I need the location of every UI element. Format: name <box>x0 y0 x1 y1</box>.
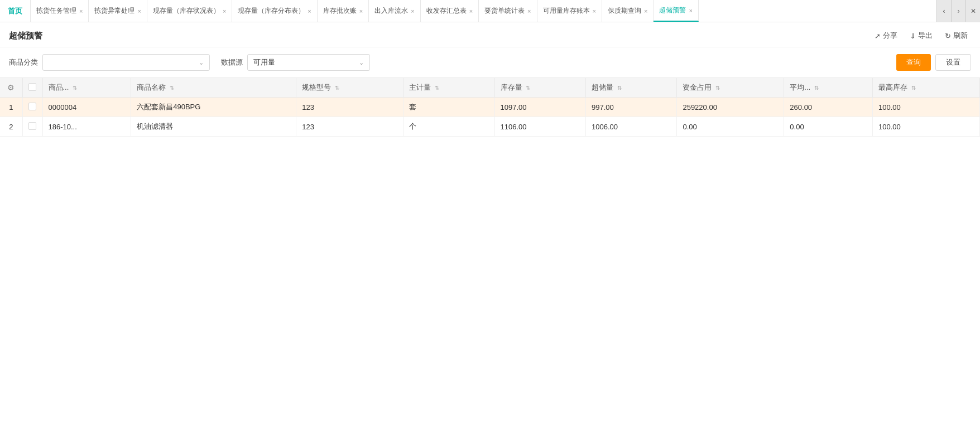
query-button[interactable]: 查询 <box>896 54 931 71</box>
tab-close-icon[interactable]: × <box>411 8 414 14</box>
tab-close-icon[interactable]: × <box>689 7 692 14</box>
datasource-label: 数据源 <box>221 57 243 67</box>
tab-kucun-pici[interactable]: 库存批次账 × <box>318 0 369 22</box>
col-header-max[interactable]: 最高库存 ⇅ <box>873 78 980 98</box>
tab-label: 保质期查询 <box>608 6 641 16</box>
col-header-avg[interactable]: 平均... ⇅ <box>784 78 873 98</box>
col-label-capital: 资金占用 <box>683 83 712 91</box>
sort-icon-excess: ⇅ <box>617 85 622 91</box>
tab-label: 库存批次账 <box>323 6 357 16</box>
col-header-excess[interactable]: 超储量 ⇅ <box>585 78 676 98</box>
col-header-name[interactable]: 商品名称 ⇅ <box>131 78 296 98</box>
sort-icon-spec: ⇅ <box>335 85 339 91</box>
tab-close-icon[interactable]: × <box>308 8 311 14</box>
row-spec: 123 <box>296 98 403 117</box>
row-name: 六配套新昌490BPG <box>131 98 296 117</box>
tab-close-icon[interactable]: × <box>469 8 473 14</box>
row-index: 1 <box>0 98 22 117</box>
tab-close-icon[interactable]: × <box>137 8 141 14</box>
table-container: ⚙ 商品... ⇅ 商品名称 ⇅ 规格型号 ⇅ <box>0 77 980 137</box>
row-max: 100.00 <box>873 117 980 137</box>
row-unit: 套 <box>403 98 494 117</box>
export-label: 导出 <box>918 31 933 41</box>
refresh-icon: ↻ <box>945 32 951 40</box>
col-label-avg: 平均... <box>790 83 810 91</box>
tab-label: 现存量（库存状况表） <box>153 6 220 16</box>
sort-icon-name: ⇅ <box>170 85 174 91</box>
tab-label: 拣货任务管理 <box>36 6 76 16</box>
col-header-settings[interactable]: ⚙ <box>0 78 22 98</box>
settings-button[interactable]: 设置 <box>935 54 971 71</box>
row-checkbox[interactable] <box>28 122 36 130</box>
page-title: 超储预警 <box>9 31 42 41</box>
row-stock: 1106.00 <box>494 117 585 137</box>
refresh-button[interactable]: ↻ 刷新 <box>941 29 971 42</box>
tab-jianhuorenwu[interactable]: 拣货任务管理 × <box>31 0 89 22</box>
refresh-label: 刷新 <box>953 31 968 41</box>
col-header-code[interactable]: 商品... ⇅ <box>42 78 131 98</box>
header-actions: ➚ 分享 ⇓ 导出 ↻ 刷新 <box>871 29 971 42</box>
filter-row: 商品分类 ⌄ 数据源 可用量 ⌄ 查询 设置 <box>0 47 980 77</box>
sort-icon-capital: ⇅ <box>715 85 720 91</box>
sort-icon-unit: ⇅ <box>435 85 439 91</box>
tab-close-icon[interactable]: × <box>644 8 647 14</box>
col-label-spec: 规格型号 <box>302 83 331 91</box>
tab-chaochuyujing[interactable]: 超储预警 × <box>654 0 698 22</box>
tab-xiancunliang-fenbiao[interactable]: 现存量（库存分布表） × <box>232 0 317 22</box>
datasource-select[interactable]: 可用量 ⌄ <box>247 54 370 71</box>
tab-jianhuo-yichang[interactable]: 拣货异常处理 × <box>89 0 147 22</box>
tab-close-icon[interactable]: × <box>359 8 363 14</box>
row-avg: 260.00 <box>784 98 873 117</box>
tab-xiancunliang-zhuangkuang[interactable]: 现存量（库存状况表） × <box>147 0 232 22</box>
tab-baozhi[interactable]: 保质期查询 × <box>602 0 654 22</box>
col-header-checkbox[interactable] <box>22 78 42 98</box>
home-tab[interactable]: 首页 <box>0 0 31 22</box>
tab-close-icon[interactable]: × <box>593 8 596 14</box>
col-label-stock: 库存量 <box>501 83 522 91</box>
filter-actions: 查询 设置 <box>896 54 971 71</box>
share-button[interactable]: ➚ 分享 <box>871 29 901 42</box>
tab-close-icon[interactable]: × <box>79 8 83 14</box>
row-checkbox-cell[interactable] <box>22 98 42 117</box>
table-body: 1 0000004 六配套新昌490BPG 123 套 1097.00 997.… <box>0 98 980 137</box>
col-header-spec[interactable]: 规格型号 ⇅ <box>296 78 403 98</box>
page-container: 超储预警 ➚ 分享 ⇓ 导出 ↻ 刷新 商品分类 ⌄ 数据源 <box>0 22 980 446</box>
col-header-stock[interactable]: 库存量 ⇅ <box>494 78 585 98</box>
tab-keyongliang[interactable]: 可用量库存账本 × <box>537 0 602 22</box>
tab-label: 出入库流水 <box>374 6 408 16</box>
gear-icon[interactable]: ⚙ <box>7 83 15 92</box>
nav-prev-button[interactable]: ‹ <box>936 0 951 22</box>
tab-yaohuo[interactable]: 要货单统计表 × <box>479 0 537 22</box>
table-row: 1 0000004 六配套新昌490BPG 123 套 1097.00 997.… <box>0 98 980 117</box>
tab-label: 超储预警 <box>659 6 686 15</box>
select-all-checkbox[interactable] <box>28 83 36 91</box>
col-label-excess: 超储量 <box>592 83 613 91</box>
row-checkbox-cell[interactable] <box>22 117 42 137</box>
tab-label: 现存量（库存分布表） <box>238 6 305 16</box>
nav-next-button[interactable]: › <box>951 0 965 22</box>
tab-close-icon[interactable]: × <box>223 8 226 14</box>
nav-close-all-button[interactable]: ✕ <box>965 0 980 22</box>
row-excess: 997.00 <box>585 98 676 117</box>
share-icon: ➚ <box>875 32 881 40</box>
tab-label: 可用量库存账本 <box>543 6 590 16</box>
row-checkbox[interactable] <box>28 103 36 110</box>
table-header-row: ⚙ 商品... ⇅ 商品名称 ⇅ 规格型号 ⇅ <box>0 78 980 98</box>
col-header-capital[interactable]: 资金占用 ⇅ <box>677 78 784 98</box>
tab-churuku[interactable]: 出入库流水 × <box>369 0 420 22</box>
export-button[interactable]: ⇓ 导出 <box>906 29 936 42</box>
tab-shoufacun[interactable]: 收发存汇总表 × <box>421 0 479 22</box>
row-spec: 123 <box>296 117 403 137</box>
row-capital: 0.00 <box>677 117 784 137</box>
row-code: 186-10... <box>42 117 131 137</box>
tab-close-icon[interactable]: × <box>527 8 531 14</box>
category-select[interactable]: ⌄ <box>42 54 210 71</box>
col-header-unit[interactable]: 主计量 ⇅ <box>403 78 494 98</box>
row-stock: 1097.00 <box>494 98 585 117</box>
row-index: 2 <box>0 117 22 137</box>
tab-label: 拣货异常处理 <box>94 6 134 16</box>
sort-icon-stock: ⇅ <box>526 85 530 91</box>
col-label-max: 最高库存 <box>878 83 907 91</box>
row-capital: 259220.00 <box>677 98 784 117</box>
data-table: ⚙ 商品... ⇅ 商品名称 ⇅ 规格型号 ⇅ <box>0 77 980 137</box>
